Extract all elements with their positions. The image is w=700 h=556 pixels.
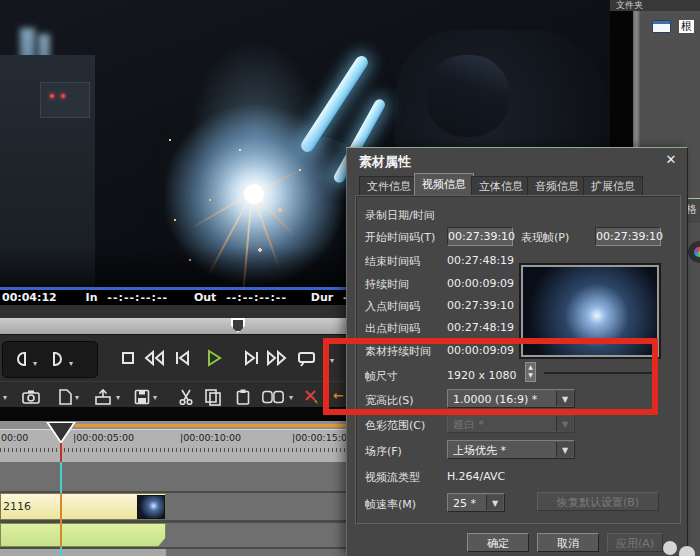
copy-icon: [203, 388, 223, 406]
play-icon: [202, 347, 224, 369]
in-timecode-value: 00:27:39:10: [447, 299, 514, 312]
playhead-line: [60, 443, 62, 462]
clipboard-icon: [234, 388, 252, 406]
seek-position-marker[interactable]: [231, 318, 245, 333]
root-folder-label: 根: [679, 20, 694, 33]
duration-value: 00:00:09:09: [447, 277, 514, 290]
frame-rate-label: 帧速率(M): [365, 497, 416, 512]
bin-tree-area: [610, 11, 633, 147]
cancel-button[interactable]: 取消: [537, 533, 599, 552]
folder-icon: [652, 20, 671, 33]
duplicate-button[interactable]: [261, 385, 285, 409]
frame-rate-value: 25 *: [453, 497, 476, 510]
dialog-title: 素材属性: [359, 153, 411, 171]
tab-video-info[interactable]: 视频信息: [414, 173, 474, 195]
duration-label: 持续时间: [365, 277, 409, 292]
stop-button[interactable]: [116, 346, 140, 370]
mixer-strip: [0, 549, 166, 556]
stop-icon: [117, 347, 139, 369]
step-back-button[interactable]: [170, 346, 194, 370]
root-folder-item[interactable]: 根: [652, 16, 694, 35]
rewind-button[interactable]: [142, 346, 166, 370]
out-timecode-value: 00:27:48:19: [447, 321, 514, 334]
frame-rate-dropdown[interactable]: 25 * ▼: [447, 493, 505, 512]
save-floppy-icon: [133, 388, 151, 406]
chevron-down-icon: ▼: [556, 416, 573, 431]
clip-thumbnail: [137, 495, 165, 519]
chevron-down-icon[interactable]: ▾: [3, 394, 7, 402]
cursor-dot: [679, 546, 695, 556]
in-value: --:--:--:--: [107, 290, 168, 305]
tab-stereo-info[interactable]: 立体信息: [471, 176, 531, 195]
indicator-led: [50, 94, 54, 98]
snapshot-button[interactable]: [19, 385, 43, 409]
start-timecode-label: 开始时间码(T): [365, 230, 435, 245]
audio-clip[interactable]: [0, 523, 166, 547]
save-button[interactable]: [130, 385, 154, 409]
tab-audio-info[interactable]: 音频信息: [527, 176, 587, 195]
stream-type-label: 视频流类型: [365, 470, 420, 485]
new-sequence-button[interactable]: [53, 385, 77, 409]
in-label: In: [86, 290, 98, 305]
cursor-dot: [663, 541, 677, 555]
ok-button[interactable]: 确定: [467, 533, 529, 552]
control-box: [40, 82, 90, 118]
color-range-value: 超白 *: [453, 418, 484, 431]
chevron-down-icon[interactable]: ▾: [69, 360, 73, 368]
start-timecode-field[interactable]: 00:27:39:10: [447, 227, 513, 246]
scissors-icon: [177, 388, 195, 406]
fast-forward-button[interactable]: [265, 346, 289, 370]
chevron-down-icon: ▼: [556, 442, 573, 457]
out-point-flag-icon: [53, 352, 62, 366]
ruler-label: 00:00: [1, 432, 28, 443]
ruler-label: |00:00:10:00: [180, 432, 241, 443]
track-playhead-line-over-clip: [60, 493, 62, 547]
welding-helmet: [427, 55, 509, 137]
current-timecode: 00:04:12: [2, 290, 57, 305]
in-timecode-label: 入点时间码: [365, 299, 420, 314]
delete-x-icon: [302, 388, 322, 406]
panel-divider[interactable]: [633, 11, 640, 147]
fast-forward-icon: [265, 347, 289, 369]
tab-file-info[interactable]: 文件信息: [359, 176, 419, 195]
end-timecode-label: 结束时间码: [365, 254, 420, 269]
app-window: 文件夹 根 格 00:04:12 In --:--:--:-- Out --:-…: [0, 0, 700, 556]
playhead-handle-inner: [49, 423, 73, 441]
chevron-down-icon[interactable]: ▾: [75, 394, 79, 402]
paste-button[interactable]: [231, 385, 255, 409]
indicator-led: [61, 94, 65, 98]
end-timecode-value: 00:27:48:19: [447, 254, 514, 267]
tab-extended-info[interactable]: 扩展信息: [583, 176, 643, 195]
set-in-point-button[interactable]: [17, 352, 26, 366]
stream-type-value: H.264/AVC: [447, 470, 505, 483]
step-forward-icon: [241, 347, 263, 369]
chevron-down-icon[interactable]: ▾: [289, 394, 293, 402]
spark-dots: [150, 110, 320, 270]
set-out-point-button[interactable]: [53, 352, 62, 366]
ripple-delete-button[interactable]: [300, 385, 324, 409]
field-order-dropdown[interactable]: 上场优先 * ▼: [447, 440, 575, 459]
field-order-value: 上场优先 *: [453, 444, 506, 457]
cut-button[interactable]: [174, 385, 198, 409]
camera-icon: [21, 388, 41, 406]
chevron-down-icon[interactable]: ▾: [153, 394, 157, 402]
loop-icon: [295, 347, 319, 369]
export-button[interactable]: [91, 385, 115, 409]
bin-panel-header: 文件夹: [610, 0, 700, 11]
loop-play-button[interactable]: [295, 346, 319, 370]
ruler-label: |00:00:15:00: [292, 432, 353, 443]
close-icon[interactable]: ✕: [661, 151, 681, 168]
step-forward-button[interactable]: [240, 346, 264, 370]
rewind-icon: [142, 347, 166, 369]
display-frame-field[interactable]: 00:27:39:10: [595, 227, 661, 246]
chevron-down-icon[interactable]: ▾: [116, 394, 120, 402]
chevron-down-icon: ▼: [486, 495, 503, 510]
app-logo-icon: [688, 241, 700, 263]
play-button[interactable]: [201, 346, 225, 370]
out-label: Out: [194, 290, 216, 305]
inout-marker-group: ▾ ▾: [2, 341, 98, 378]
record-datetime-label: 录制日期/时间: [365, 208, 435, 223]
chevron-down-icon[interactable]: ▾: [33, 360, 37, 368]
new-document-icon: [57, 388, 73, 406]
copy-button[interactable]: [201, 385, 225, 409]
